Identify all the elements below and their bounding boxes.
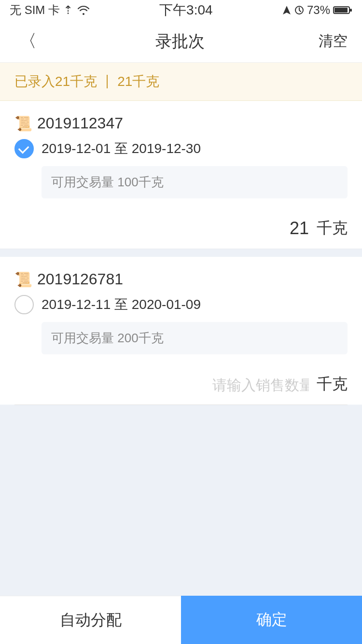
batch-2-date: 2019-12-11 至 2020-01-09 — [42, 295, 201, 314]
auto-distribute-button[interactable]: 自动分配 — [0, 596, 181, 644]
nav-bar: 〈 录批次 清空 — [0, 20, 362, 63]
batch-item-2: 📜 2019126781 2019-12-11 至 2020-01-09 可用交… — [0, 257, 362, 364]
status-left: 无 SIM 卡 ⇡ — [10, 2, 90, 18]
batch-1-number: 2019112347 — [37, 114, 123, 132]
batch-1-date-row[interactable]: 2019-12-01 至 2019-12-30 — [14, 139, 348, 158]
batch-2-header: 📜 2019126781 — [14, 270, 348, 288]
clear-button[interactable]: 清空 — [319, 31, 348, 51]
batch-1-date: 2019-12-01 至 2019-12-30 — [42, 140, 201, 158]
confirm-button[interactable]: 确定 — [181, 596, 362, 644]
batch-2-input-row[interactable]: 千克 — [0, 364, 362, 405]
status-time: 下午3:04 — [159, 1, 213, 19]
section-separator-2 — [0, 405, 362, 413]
batch-2-unit: 千克 — [317, 374, 348, 395]
recorded-amount: 已录入21千克 — [14, 72, 97, 91]
batch-2-available: 可用交易量 200千克 — [51, 331, 164, 345]
batch-1-unit: 千克 — [317, 218, 348, 239]
batch-2-date-row[interactable]: 2019-12-11 至 2020-01-09 — [14, 295, 348, 314]
info-banner: 已录入21千克 21千克 — [0, 63, 362, 101]
svg-rect-2 — [334, 8, 348, 13]
batch-1-input-row: 21 千克 — [0, 208, 362, 249]
batch-1-icon: 📜 — [14, 115, 32, 132]
sim-label: 无 SIM 卡 ⇡ — [10, 2, 73, 18]
batch-1-header: 📜 2019112347 — [14, 114, 348, 132]
batch-2-number: 2019126781 — [37, 270, 123, 288]
back-button[interactable]: 〈 — [14, 25, 42, 58]
batch-1-qty-value: 21 — [290, 218, 309, 238]
clock-icon — [294, 5, 304, 15]
total-amount: 21千克 — [117, 72, 159, 91]
page-title: 录批次 — [155, 30, 205, 53]
batch-item-1: 📜 2019112347 2019-12-01 至 2019-12-30 可用交… — [0, 101, 362, 208]
info-divider — [107, 75, 108, 88]
location-icon — [282, 5, 292, 15]
battery-icon — [333, 5, 352, 15]
batch-2-icon: 📜 — [14, 271, 32, 288]
batch-2-quantity-input[interactable] — [212, 374, 309, 394]
bottom-buttons: 自动分配 确定 — [0, 596, 362, 644]
batch-1-available: 可用交易量 100千克 — [51, 175, 164, 189]
status-right: 73% — [282, 3, 352, 17]
batch-2-quantity-box: 可用交易量 200千克 — [42, 322, 348, 354]
battery-label: 73% — [307, 3, 330, 17]
batch-1-quantity-box: 可用交易量 100千克 — [42, 166, 348, 198]
status-bar: 无 SIM 卡 ⇡ 下午3:04 73% — [0, 0, 362, 20]
batch-1-radio[interactable] — [14, 139, 34, 158]
section-separator-1 — [0, 249, 362, 257]
wifi-icon — [77, 5, 90, 15]
batch-2-radio[interactable] — [14, 295, 34, 314]
svg-rect-3 — [350, 9, 352, 12]
